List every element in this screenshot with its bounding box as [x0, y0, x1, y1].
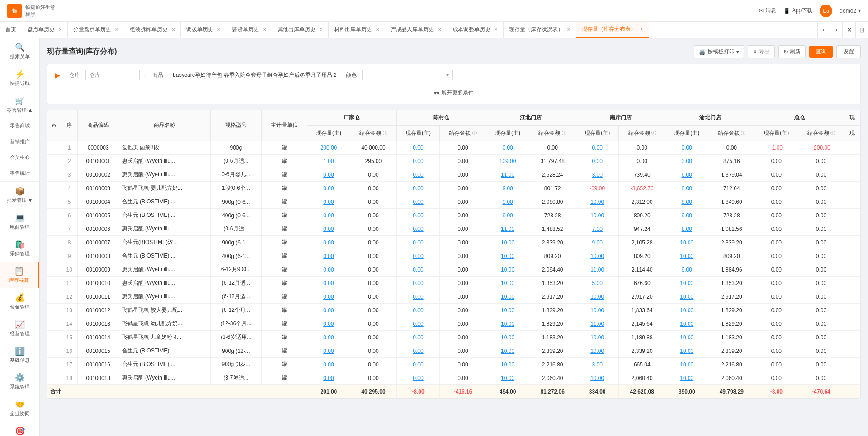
sidebar-item-wholesale[interactable]: 📦 批发管理 ▼ [0, 182, 39, 208]
goods-input[interactable] [169, 70, 340, 80]
col-unit-cell: 罐 [261, 222, 307, 236]
message-btn[interactable]: ✉ 消息 [759, 7, 776, 14]
sidebar-item-finance[interactable]: 💰 资金管理 [0, 288, 39, 315]
yb-qty: 10.00 [665, 290, 708, 304]
sidebar-item-collab[interactable]: 🤝 企业协同 [0, 395, 39, 422]
sidebar-item-retail-shop[interactable]: 零售商城 [0, 118, 39, 134]
setting-btn[interactable]: 设置 [836, 45, 861, 58]
tab-yaohuo[interactable]: 要货单历史 ✕ [226, 22, 272, 38]
tab-expand-btn[interactable]: ⊡ [855, 22, 868, 38]
info-icon[interactable]: ⓘ [741, 131, 745, 136]
tab-diaob[interactable]: 调拨单历史 ✕ [181, 22, 226, 38]
cc-qty: 0.00 [396, 263, 439, 277]
tab-close[interactable]: ✕ [58, 27, 62, 32]
export-btn[interactable]: ⬇ 导出 [748, 45, 775, 58]
cc-amt: 0.00 [440, 222, 486, 236]
total-amt: 0.00 [798, 222, 844, 236]
tab-close[interactable]: ✕ [171, 27, 175, 32]
tab-home[interactable]: 首页 [0, 22, 22, 38]
sidebar-item-purchase[interactable]: 🛍️ 采购管理 [0, 235, 39, 262]
tab-cailiao[interactable]: 材料出库单历史 ✕ [329, 22, 385, 38]
sidebar-item-ecom[interactable]: 💻 电商管理 [0, 208, 39, 235]
tab-close[interactable]: ✕ [319, 27, 323, 32]
curr-cell [844, 304, 860, 317]
cf-qty: 0.00 [307, 290, 350, 304]
col-code-cell: 00100008 [77, 249, 119, 263]
tab-close[interactable]: ✕ [567, 27, 571, 32]
total-amt: 0.00 [798, 155, 844, 168]
cc-qty: 0.00 [396, 358, 439, 371]
expand-arrow[interactable]: ▶ [55, 71, 60, 80]
sidebar-item-operations[interactable]: 📈 经营管理 [0, 315, 39, 342]
expand-conditions-btn[interactable]: ▾▾ 展开更多条件 [430, 87, 477, 98]
cc-qty: 0.00 [396, 304, 439, 317]
sidebar-item-retail-stat[interactable]: 零售统计 [0, 165, 39, 181]
tab-close[interactable]: ✕ [263, 27, 266, 32]
col-na-amt: 结存金额 ⓘ [619, 126, 665, 141]
tab-fenpan[interactable]: 分量盘点单历史 ✕ [68, 22, 124, 38]
user-avatar[interactable]: Ea [820, 5, 832, 17]
sidebar-item-guide[interactable]: 🎯 新手引导 [0, 422, 39, 436]
col-name-cell: 惠氏启醒 (Wyeth illu... [119, 155, 210, 168]
col-code-cell: 00100009 [77, 263, 119, 277]
na-qty: 10.00 [576, 209, 619, 222]
na-amt: 1,189.88 [619, 331, 665, 344]
tab-next-btn[interactable]: › [830, 22, 843, 38]
na-qty: 10.00 [576, 290, 619, 304]
sidebar-item-sys[interactable]: ⚙️ 系统管理 [0, 368, 39, 395]
cc-amt: 0.00 [440, 358, 486, 371]
tab-close[interactable]: ✕ [376, 27, 379, 32]
tab-zuhe[interactable]: 组装拆卸单历史 ✕ [124, 22, 181, 38]
total-qty: 0.00 [755, 168, 798, 182]
na-amt: 1,833.64 [619, 304, 665, 317]
info-icon[interactable]: ⓘ [383, 131, 387, 136]
app-download-btn[interactable]: 📱 App下载 [783, 7, 812, 14]
tab-chancheng[interactable]: 产成品入库单历史 ✕ [385, 22, 447, 38]
tab-kucun-dist[interactable]: 现存量（库存分布表）✕ [576, 22, 649, 38]
sidebar-item-inventory[interactable]: 📋 库存核算 [0, 262, 39, 288]
col-spec-cell: (3-7岁适... [210, 371, 261, 385]
tab-close[interactable]: ✕ [494, 27, 498, 32]
tab-close[interactable]: ✕ [640, 27, 643, 32]
tab-chengben[interactable]: 成本调整单历史 ✕ [447, 22, 504, 38]
yb-qty: 10.00 [665, 236, 708, 249]
warehouse-input[interactable] [85, 70, 140, 80]
jb-amt: 809.20 [529, 249, 576, 263]
sum-na-amt: 42,620.08 [619, 385, 665, 398]
col-gear-cell [47, 344, 61, 358]
total-qty: 0.00 [755, 209, 798, 222]
query-btn[interactable]: 查询 [809, 46, 833, 58]
tab-prev-btn[interactable]: ‹ [817, 22, 830, 38]
sidebar-item-search[interactable]: 🔍 搜索英单 [0, 38, 39, 65]
tab-close[interactable]: ✕ [217, 27, 221, 32]
cf-amt: 0.00 [350, 358, 397, 371]
user-name[interactable]: demo2 ▾ [840, 8, 861, 14]
cc-amt: 0.00 [440, 236, 486, 249]
info-icon[interactable]: ⓘ [562, 131, 566, 136]
sidebar-item-marketing[interactable]: 营销推广 [0, 134, 39, 150]
jb-amt: 2,216.80 [529, 358, 576, 371]
info-icon[interactable]: ⓘ [830, 131, 835, 136]
tab-close[interactable]: ✕ [115, 27, 118, 32]
refresh-btn[interactable]: ↻ 刷新 [778, 45, 806, 58]
print-btn[interactable]: 🖨️ 按模板打印 ▾ [694, 45, 744, 58]
tab-pandian[interactable]: 盘点单历史 ✕ [22, 22, 68, 38]
info-icon[interactable]: ⓘ [472, 131, 477, 136]
tab-kucun-state[interactable]: 现存量（库存状况表）✕ [504, 22, 576, 38]
sidebar-item-base[interactable]: ℹ️ 基础信息 [0, 342, 39, 368]
tab-close[interactable]: ✕ [438, 27, 441, 32]
sidebar-item-retail-mgmt[interactable]: 🛒 零售管理 ▲ [0, 91, 39, 118]
sidebar-item-nav[interactable]: ⚡ 快捷导航 [0, 65, 39, 91]
sidebar-item-member[interactable]: 会员中心 [0, 150, 39, 165]
jb-amt: 0.00 [529, 141, 576, 155]
total-amt: 0.00 [798, 358, 844, 371]
tab-close-all-btn[interactable]: ✕ [843, 22, 855, 38]
col-code-cell: 00100002 [77, 168, 119, 182]
cc-qty: 0.00 [396, 209, 439, 222]
tab-qitachu[interactable]: 其他出库单历史 ✕ [272, 22, 329, 38]
info-icon[interactable]: ⓘ [651, 131, 656, 136]
main-content: 现存量查询(库存分布) 🖨️ 按模板打印 ▾ ⬇ 导出 ↻ 刷新 查询 设置 ▶… [40, 38, 868, 436]
color-input[interactable] [362, 70, 453, 80]
cc-qty: 0.00 [396, 182, 439, 195]
total-qty: 0.00 [755, 317, 798, 331]
